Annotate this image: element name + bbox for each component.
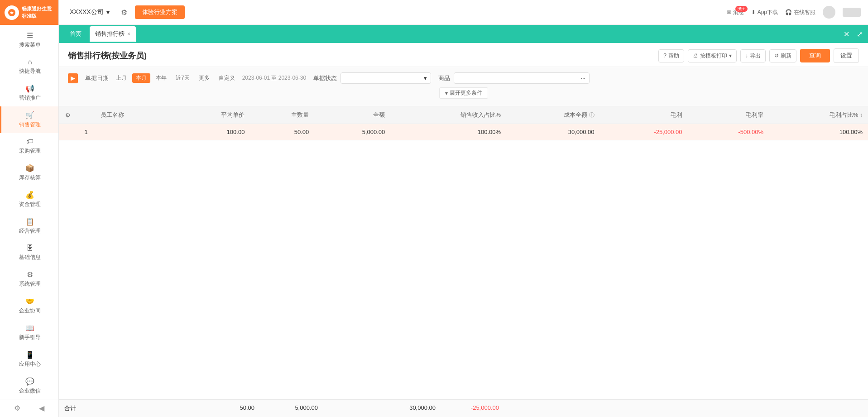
status-filter-group: 单据状态 ▾ xyxy=(313,72,431,84)
company-selector[interactable]: XXXXX公司 ▾ xyxy=(66,6,113,18)
tab-bar: 首页 销售排行榜 × ✕ ⤢ xyxy=(59,25,868,43)
row-amount-cell: 5,000.00 xyxy=(314,124,390,140)
header-right: ✉ 消息 99+ ⬇ App下载 🎧 在线客服 xyxy=(727,6,861,19)
main-content: XXXXX公司 ▾ ⚙ 体验行业方案 ✉ 消息 99+ ⬇ App下载 🎧 在线… xyxy=(59,0,868,417)
col-sales-pct: 销售收入占比% xyxy=(390,106,506,124)
page-header: 销售排行榜(按业务员) ? 帮助 🖨 按模板打印 ▾ ↓ 导出 ↺ 刷新 xyxy=(59,43,868,67)
date-filter-group: 单据日期 上月 本月 本年 近7天 更多 自定义 2023-06-01 至 20… xyxy=(85,73,306,83)
sidebar-item-marketing[interactable]: 📢 营销推广 xyxy=(0,80,58,106)
sidebar-item-purchase[interactable]: 🏷 采购管理 xyxy=(0,133,58,159)
download-icon: ⬇ xyxy=(751,9,756,15)
tab-home[interactable]: 首页 xyxy=(62,26,89,42)
page-settings-button[interactable]: 设置 xyxy=(834,48,859,63)
filter-row: ▶ 单据日期 上月 本月 本年 近7天 更多 自定义 2023-06-01 至 … xyxy=(68,72,859,84)
col-rank xyxy=(77,106,95,124)
tab-minimize-button[interactable]: ✕ xyxy=(842,29,851,39)
sidebar-item-inventory[interactable]: 📦 库存核算 xyxy=(0,159,58,186)
marketing-icon: 📢 xyxy=(25,84,34,93)
wechat-icon: 💬 xyxy=(25,377,34,386)
footer-total-label: 合计 xyxy=(64,404,146,412)
table-container: ⚙ 员工名称 平均单价 主数量 全额 销售收入占比% 成本全额 ⓘ 毛利 毛利率 xyxy=(59,106,868,399)
data-table: ⚙ 员工名称 平均单价 主数量 全额 销售收入占比% 成本全额 ⓘ 毛利 毛利率 xyxy=(59,106,868,140)
print-chevron-icon: ▾ xyxy=(729,53,732,59)
trial-button[interactable]: 体验行业方案 xyxy=(135,5,185,19)
col-settings[interactable]: ⚙ xyxy=(59,106,77,124)
filter-toggle-button[interactable]: ▶ xyxy=(68,73,78,83)
sidebar-collapse-icon[interactable]: ◀ xyxy=(39,404,44,412)
print-icon: 🖨 xyxy=(693,53,698,59)
app-logo: 畅康通好生意 标准版 xyxy=(0,0,58,25)
sidebar-item-basic[interactable]: 🗄 基础信息 xyxy=(0,240,58,266)
inventory-icon: 📦 xyxy=(25,164,34,173)
sidebar-item-appstore[interactable]: 📱 应用中心 xyxy=(0,346,58,373)
home-icon: ⌂ xyxy=(28,58,32,66)
status-select[interactable]: ▾ xyxy=(340,72,431,84)
footer-main-qty: 50.00 xyxy=(218,404,254,412)
sidebar-item-finance[interactable]: 💰 资金管理 xyxy=(0,186,58,213)
footer-cost: 30,000.00 xyxy=(390,404,436,412)
expand-icon: ▾ xyxy=(445,90,448,96)
sidebar-item-collab[interactable]: 🤝 企业协同 xyxy=(0,292,58,319)
tab-home-label: 首页 xyxy=(70,30,82,37)
gross-pct-info-icon[interactable]: ↕ xyxy=(860,112,863,118)
row-avg-price-cell: 100.00 xyxy=(173,124,250,140)
sidebar-item-system[interactable]: ⚙ 系统管理 xyxy=(0,266,58,292)
goods-input-more: ··· xyxy=(580,75,585,81)
sidebar-item-search[interactable]: ☰ 搜索菜单 xyxy=(0,27,58,53)
goods-input[interactable]: ··· xyxy=(454,72,590,84)
message-button[interactable]: ✉ 消息 99+ xyxy=(727,9,744,16)
col-avg-price: 平均单价 xyxy=(173,106,250,124)
row-sales-pct-cell: 100.00% xyxy=(390,124,506,140)
date-tab-more[interactable]: 更多 xyxy=(195,73,213,83)
cost-info-icon[interactable]: ⓘ xyxy=(589,112,595,118)
tab-close-button[interactable]: × xyxy=(127,31,130,37)
tab-right-actions: ✕ ⤢ xyxy=(842,29,864,39)
page-title: 销售排行榜(按业务员) xyxy=(68,50,147,61)
table-row: 1 100.00 50.00 5,000.00 100.00% 30,000.0… xyxy=(59,124,868,140)
page-actions: ? 帮助 🖨 按模板打印 ▾ ↓ 导出 ↺ 刷新 查询 设置 xyxy=(658,48,859,63)
row-cost-cell: 30,000.00 xyxy=(506,124,599,140)
header-settings-button[interactable]: ⚙ xyxy=(118,6,130,19)
status-filter-label: 单据状态 xyxy=(313,74,337,82)
sidebar-item-shortcut[interactable]: ⌂ 快捷导航 xyxy=(0,53,58,80)
help-label: 帮助 xyxy=(668,52,679,60)
export-button[interactable]: ↓ 导出 xyxy=(740,49,766,62)
message-badge: 99+ xyxy=(735,6,748,12)
goods-filter-label: 商品 xyxy=(438,74,450,82)
row-main-qty-cell: 50.00 xyxy=(250,124,314,140)
expand-more-button[interactable]: ▾ 展开更多条件 xyxy=(439,87,488,99)
print-button[interactable]: 🖨 按模板打印 ▾ xyxy=(688,49,737,62)
date-tab-this-year[interactable]: 本年 xyxy=(152,73,170,83)
date-tab-this-month[interactable]: 本月 xyxy=(132,73,150,83)
logo-icon xyxy=(5,5,19,20)
tab-sales-ranking[interactable]: 销售排行榜 × xyxy=(90,26,136,42)
user-name xyxy=(843,8,861,17)
status-select-arrow: ▾ xyxy=(424,75,427,81)
date-tab-last-month[interactable]: 上月 xyxy=(112,73,130,83)
table-footer: 合计 50.00 5,000.00 30,000.00 -25,000.00 xyxy=(59,399,868,417)
date-tab-last7days[interactable]: 近7天 xyxy=(172,73,193,83)
query-button[interactable]: 查询 xyxy=(800,49,830,62)
sales-icon: 🛒 xyxy=(25,111,34,120)
sidebar-settings-icon[interactable]: ⚙ xyxy=(14,404,20,412)
sidebar-item-guide[interactable]: 📖 新手引导 xyxy=(0,319,58,346)
sidebar-item-wechat[interactable]: 💬 企业微信 xyxy=(0,373,58,399)
col-amount: 全额 xyxy=(314,106,390,124)
refresh-button[interactable]: ↺ 刷新 xyxy=(769,49,796,62)
help-button[interactable]: ? 帮助 xyxy=(658,49,684,62)
tab-label: 销售排行榜 xyxy=(95,30,125,38)
date-tab-custom[interactable]: 自定义 xyxy=(215,73,239,83)
col-employee: 员工名称 xyxy=(95,106,173,124)
row-gross-pct-cell: 100.00% xyxy=(769,124,868,140)
app-label: App下载 xyxy=(758,9,778,16)
sidebar-item-operation[interactable]: 📋 经营管理 xyxy=(0,213,58,240)
row-employee-cell xyxy=(95,124,173,140)
app-download-button[interactable]: ⬇ App下载 xyxy=(751,9,778,16)
col-gross-profit: 毛利 xyxy=(600,106,688,124)
basic-icon: 🗄 xyxy=(26,244,34,252)
headset-icon: 🎧 xyxy=(785,9,792,15)
sidebar-item-sales[interactable]: 🛒 销售管理 xyxy=(0,106,58,133)
avatar[interactable] xyxy=(823,6,835,19)
tab-expand-button[interactable]: ⤢ xyxy=(855,29,864,39)
online-service-button[interactable]: 🎧 在线客服 xyxy=(785,9,815,16)
